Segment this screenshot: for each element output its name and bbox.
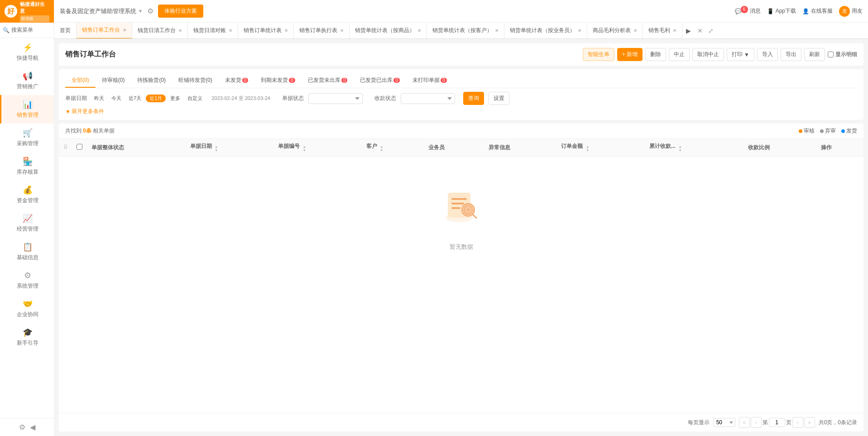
filter-tab-wangpu-deliver[interactable]: 旺铺待发货(0)	[172, 74, 219, 88]
th-status[interactable]: 单据整体状态	[87, 139, 186, 156]
page-last-btn[interactable]: »	[804, 417, 815, 428]
import-btn[interactable]: 导入	[757, 48, 778, 61]
sidebar-item-marketing[interactable]: 📢 营销推广	[0, 66, 54, 95]
sidebar-item-sales[interactable]: 📊 销售管理	[0, 95, 54, 123]
svg-rect-2	[451, 198, 467, 200]
date-btn-custom[interactable]: 自定义	[185, 94, 205, 103]
tab-close-sales-profit[interactable]: ✕	[673, 28, 676, 33]
filter-tab-pending-inspect[interactable]: 待拣验货(0)	[131, 74, 172, 88]
tab-close-sales-stats-staff[interactable]: ✕	[578, 28, 581, 33]
tab-sales-profit[interactable]: 销售毛利 ✕	[643, 23, 682, 39]
page-prev-btn[interactable]: ‹	[751, 417, 762, 428]
sidebar-item-system[interactable]: ⚙ 系统管理	[0, 266, 54, 294]
tab-sales-order-execute[interactable]: 销售订单执行表 ✕	[294, 23, 350, 39]
th-customer[interactable]: 客户 ▲▼	[362, 139, 424, 156]
filters-area: 全部(0) 待审核(0) 待拣验货(0) 旺铺待发货(0) 未发货0 到期未发货…	[59, 69, 863, 120]
per-page-select[interactable]: 50 10 20 100	[713, 418, 735, 427]
sidebar-item-quick-nav[interactable]: ⚡ 快捷导航	[0, 38, 54, 66]
tab-close-cash-daily-work[interactable]: ✕	[178, 28, 182, 33]
count-suffix: 相关单据	[93, 128, 115, 134]
date-btn-today[interactable]: 今天	[109, 94, 124, 103]
page-first-btn[interactable]: «	[739, 417, 750, 428]
pagination-total-info: 共0页，0条记录	[819, 419, 857, 427]
th-amount[interactable]: 订单金额 ▲▼	[556, 139, 645, 156]
date-btn-1month[interactable]: 近1月	[146, 95, 166, 102]
sidebar-item-finance[interactable]: 💰 资金管理	[0, 180, 54, 209]
sidebar-item-cooperation[interactable]: 🤝 企业协同	[0, 294, 54, 323]
online-service-btn[interactable]: 👤 在线客服	[802, 7, 833, 15]
filter-tab-pending-review[interactable]: 待审核(0)	[96, 74, 131, 88]
tab-close-product-margin[interactable]: ✕	[633, 28, 637, 33]
date-btn-more[interactable]: 更多	[168, 94, 183, 103]
sidebar-item-guide[interactable]: 🎓 新手引导	[0, 323, 54, 351]
expand-more-conditions[interactable]: ▼ 展开更多条件	[65, 108, 857, 115]
date-btn-yesterday[interactable]: 昨天	[91, 94, 107, 103]
export-btn[interactable]: 导出	[781, 48, 801, 61]
tab-sales-stats-customer[interactable]: 销货单统计表（按客户） ✕	[427, 23, 504, 39]
query-btn[interactable]: 查询	[463, 92, 484, 105]
message-btn[interactable]: 💬 6 消息	[735, 7, 761, 15]
cancel-stop-btn[interactable]: 取消中止	[692, 48, 724, 61]
sidebar-item-basic-info[interactable]: 📋 基础信息	[0, 237, 54, 266]
th-staff[interactable]: 业务员	[424, 139, 484, 156]
app-download-btn[interactable]: 📱 App下载	[767, 7, 796, 15]
print-btn[interactable]: 打印 ▼	[727, 48, 754, 61]
sidebar-item-inventory[interactable]: 🏪 库存核算	[0, 152, 54, 180]
tab-sales-stats-product[interactable]: 销货单统计表（按商品） ✕	[350, 23, 427, 39]
filter-tab-all[interactable]: 全部(0)	[65, 74, 96, 88]
bulk-cancel-review-btn[interactable]: 弃审	[820, 127, 836, 135]
tab-sales-order-workbench[interactable]: 销售订单工作台 ✕	[77, 23, 132, 39]
tab-close-sales-order-stats[interactable]: ✕	[284, 28, 288, 33]
th-exception[interactable]: 异常信息	[484, 139, 557, 156]
tabbar-more-icon[interactable]: ▶	[682, 27, 695, 34]
count-value: 0条	[83, 128, 91, 134]
delete-btn[interactable]: 删除	[645, 48, 666, 61]
bulk-deliver-btn[interactable]: 发货	[841, 127, 857, 135]
tab-home[interactable]: 首页	[54, 23, 77, 39]
sidebar-item-purchase[interactable]: 🛒 采购管理	[0, 123, 54, 152]
date-btn-7days[interactable]: 近7天	[126, 94, 144, 103]
topbar-settings-icon[interactable]: ⚙	[147, 7, 153, 15]
filter-tab-not-printed[interactable]: 未打印单据0	[406, 74, 453, 88]
tabbar-expand-icon[interactable]: ⤢	[705, 27, 716, 34]
collapse-sidebar-icon[interactable]: ◀	[30, 423, 35, 431]
page-input[interactable]: 1	[769, 418, 785, 427]
inventory-icon: 🏪	[23, 156, 33, 166]
settings-bottom-icon[interactable]: ⚙	[19, 423, 25, 431]
smart-generate-btn[interactable]: 智能生单	[583, 48, 614, 61]
tab-cash-goods-reconcile[interactable]: 钱货日清对账 ✕	[188, 23, 238, 39]
tab-sales-order-stats[interactable]: 销售订单统计表 ✕	[238, 23, 294, 39]
status-filter-select[interactable]	[308, 93, 363, 104]
select-all-checkbox[interactable]	[77, 144, 82, 150]
filter-tab-delivered-not-out[interactable]: 已发货未出库0	[302, 74, 354, 88]
th-collected[interactable]: 累计收款... ▲▼	[645, 139, 743, 156]
tab-cash-daily-work[interactable]: 钱货日清工作台 ✕	[132, 23, 188, 39]
payment-filter-select[interactable]	[401, 93, 455, 104]
bulk-review-btn[interactable]: 审核	[799, 127, 815, 135]
system-title-dropdown[interactable]: 装备及固定资产辅助管理系统 ▼	[60, 7, 143, 15]
sidebar-item-operation[interactable]: 📈 经营管理	[0, 209, 54, 237]
tab-sales-stats-staff[interactable]: 销货单统计表（按业务员） ✕	[504, 23, 587, 39]
stop-btn[interactable]: 中止	[669, 48, 690, 61]
search-menu[interactable]: 🔍 搜索菜单	[0, 23, 54, 38]
filter-tab-expired-not-delivered[interactable]: 到期未发货0	[254, 74, 302, 88]
th-number[interactable]: 单据编号 ▲▼	[273, 139, 362, 156]
user-menu[interactable]: 友 用友	[839, 6, 863, 17]
filter-tab-not-delivered[interactable]: 未发货0	[219, 74, 255, 88]
tab-product-margin[interactable]: 商品毛利分析表 ✕	[587, 23, 643, 39]
new-btn[interactable]: + 新增	[617, 48, 643, 61]
th-date[interactable]: 单据日期 ▲▼	[186, 139, 274, 156]
refresh-btn[interactable]: 刷新	[804, 48, 825, 61]
tab-close-sales-order-workbench[interactable]: ✕	[123, 28, 126, 33]
page-next-btn[interactable]: ›	[792, 417, 803, 428]
tab-close-sales-stats-customer[interactable]: ✕	[495, 28, 499, 33]
tab-close-sales-order-execute[interactable]: ✕	[340, 28, 344, 33]
tab-close-cash-goods-reconcile[interactable]: ✕	[229, 28, 232, 33]
trial-btn[interactable]: 体验行业方案	[158, 5, 203, 18]
th-checkbox[interactable]	[72, 139, 87, 156]
show-detail-checkbox[interactable]	[828, 52, 834, 57]
settings-filter-btn[interactable]: 设置	[489, 92, 509, 105]
tab-close-sales-stats-product[interactable]: ✕	[417, 28, 421, 33]
filter-tab-delivered-out[interactable]: 已发货已出库0	[354, 74, 406, 88]
tabbar-close-all-icon[interactable]: ✕	[695, 27, 705, 34]
